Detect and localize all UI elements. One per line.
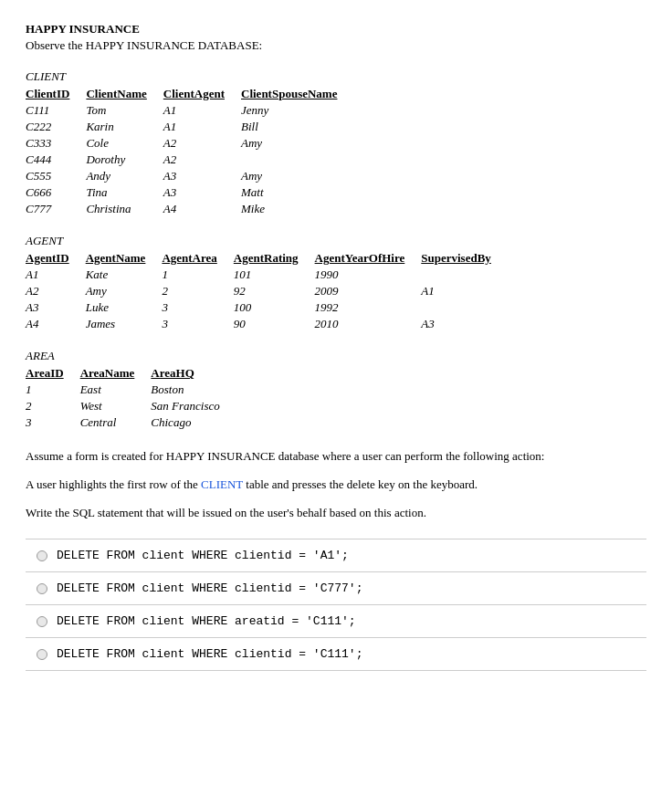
table-cell: 1 <box>162 267 233 283</box>
table-row: A1Kate11011990 <box>26 267 508 283</box>
table-cell: A3 <box>26 299 86 316</box>
table-cell: Dorothy <box>86 152 163 168</box>
client-table-label: CLIENT <box>26 69 646 84</box>
option-row[interactable]: DELETE FROM client WHERE clientid = 'C77… <box>26 572 646 605</box>
table-row: A2Amy2922009A1 <box>26 283 508 299</box>
table-row: C111TomA1Jenny <box>26 102 353 119</box>
radio-button[interactable] <box>37 583 47 594</box>
table-cell: Karin <box>86 119 163 135</box>
radio-button[interactable] <box>37 616 47 627</box>
client-col-spouse: ClientSpouseName <box>241 86 353 102</box>
table-cell: Tom <box>86 102 163 119</box>
table-cell: 3 <box>26 414 80 431</box>
table-cell <box>421 267 508 283</box>
table-cell: Matt <box>241 184 353 201</box>
table-cell: A3 <box>163 184 241 201</box>
table-cell: Christina <box>86 201 163 217</box>
table-cell: 1992 <box>315 299 422 316</box>
radio-button[interactable] <box>37 649 47 660</box>
table-cell: A4 <box>163 201 241 217</box>
table-cell: Chicago <box>151 414 236 431</box>
table-cell: East <box>80 382 152 398</box>
option-label: DELETE FROM client WHERE clientid = 'C77… <box>57 581 362 595</box>
table-cell <box>241 152 353 168</box>
client-col-agent: ClientAgent <box>163 86 241 102</box>
table-cell: 90 <box>234 316 315 332</box>
table-cell: A1 <box>163 102 241 119</box>
agent-col-id: AgentID <box>26 250 86 267</box>
table-cell: 3 <box>162 316 233 332</box>
table-row: C555AndyA3Amy <box>26 168 353 184</box>
table-cell: C222 <box>26 119 86 135</box>
table-row: A4James3902010A3 <box>26 316 508 332</box>
question-para3: Write the SQL statement that will be iss… <box>26 504 646 523</box>
table-row: 3CentralChicago <box>26 414 236 431</box>
table-cell: 101 <box>234 267 315 283</box>
option-label: DELETE FROM client WHERE clientid = 'A1'… <box>57 549 349 562</box>
table-cell: 2 <box>162 283 233 299</box>
table-row: A3Luke31001992 <box>26 299 508 316</box>
table-cell: C666 <box>26 184 86 201</box>
option-label: DELETE FROM client WHERE clientid = 'C11… <box>57 647 362 661</box>
table-cell: San Francisco <box>151 398 236 414</box>
table-cell: A2 <box>163 152 241 168</box>
table-cell: A3 <box>163 168 241 184</box>
table-row: C222KarinA1Bill <box>26 119 353 135</box>
table-cell: Amy <box>241 135 353 152</box>
agent-col-area: AgentArea <box>162 250 233 267</box>
table-row: C444DorothyA2 <box>26 152 353 168</box>
options-section: DELETE FROM client WHERE clientid = 'A1'… <box>26 539 646 671</box>
agent-section: AGENT AgentID AgentName AgentArea AgentR… <box>26 234 646 332</box>
table-cell: 100 <box>234 299 315 316</box>
question-para1: Assume a form is created for HAPPY INSUR… <box>26 447 646 466</box>
agent-table-label: AGENT <box>26 234 646 248</box>
client-col-name: ClientName <box>86 86 163 102</box>
area-col-name: AreaName <box>80 365 152 382</box>
agent-col-hire: AgentYearOfHire <box>315 250 422 267</box>
client-col-id: ClientID <box>26 86 86 102</box>
agent-col-supervised: SupervisedBy <box>421 250 508 267</box>
area-table-label: AREA <box>26 349 646 363</box>
table-cell: 2009 <box>315 283 422 299</box>
table-cell: Mike <box>241 201 353 217</box>
agent-col-rating: AgentRating <box>234 250 315 267</box>
area-table: AreaID AreaName AreaHQ 1EastBoston2WestS… <box>26 365 236 431</box>
table-cell: A4 <box>26 316 86 332</box>
option-row[interactable]: DELETE FROM client WHERE clientid = 'A1'… <box>26 539 646 572</box>
client-highlight: CLIENT <box>201 477 243 491</box>
table-cell: C777 <box>26 201 86 217</box>
table-cell: Tina <box>86 184 163 201</box>
table-cell <box>421 299 508 316</box>
agent-table: AgentID AgentName AgentArea AgentRating … <box>26 250 508 332</box>
table-cell: C111 <box>26 102 86 119</box>
option-row[interactable]: DELETE FROM client WHERE areatid = 'C111… <box>26 605 646 638</box>
question-section: Assume a form is created for HAPPY INSUR… <box>26 447 646 522</box>
option-row[interactable]: DELETE FROM client WHERE clientid = 'C11… <box>26 638 646 671</box>
table-cell: Boston <box>151 382 236 398</box>
table-row: 1EastBoston <box>26 382 236 398</box>
area-section: AREA AreaID AreaName AreaHQ 1EastBoston2… <box>26 349 646 431</box>
table-cell: 92 <box>234 283 315 299</box>
table-cell: Bill <box>241 119 353 135</box>
table-cell: A3 <box>421 316 508 332</box>
table-cell: Amy <box>86 283 163 299</box>
table-row: C666TinaA3Matt <box>26 184 353 201</box>
table-cell: Jenny <box>241 102 353 119</box>
table-row: 2WestSan Francisco <box>26 398 236 414</box>
table-cell: Central <box>80 414 152 431</box>
agent-col-name: AgentName <box>86 250 163 267</box>
table-cell: A2 <box>163 135 241 152</box>
table-cell: Amy <box>241 168 353 184</box>
table-row: C777ChristinaA4Mike <box>26 201 353 217</box>
table-cell: A1 <box>163 119 241 135</box>
table-cell: Kate <box>86 267 163 283</box>
table-cell: Cole <box>86 135 163 152</box>
radio-button[interactable] <box>37 550 47 561</box>
table-cell: C333 <box>26 135 86 152</box>
table-cell: 3 <box>162 299 233 316</box>
table-cell: A1 <box>26 267 86 283</box>
option-label: DELETE FROM client WHERE areatid = 'C111… <box>57 614 356 628</box>
subtitle: Observe the HAPPY INSURANCE DATABASE: <box>26 38 646 53</box>
question-para2: A user highlights the first row of the C… <box>26 476 646 495</box>
table-cell: A1 <box>421 283 508 299</box>
